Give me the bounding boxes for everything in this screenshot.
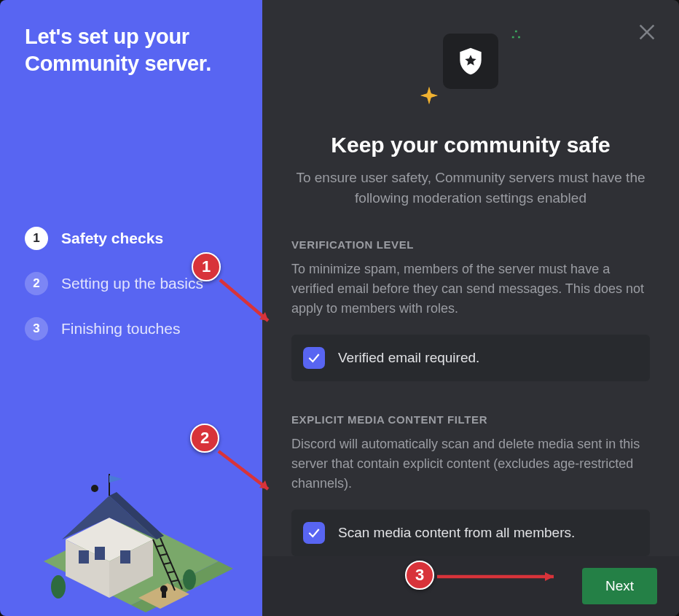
svg-rect-8 bbox=[95, 547, 105, 560]
step-label: Finishing touches bbox=[61, 320, 180, 338]
hero-graphic: ∴ bbox=[291, 19, 650, 106]
step-label: Setting up the basics bbox=[61, 275, 203, 292]
setup-sidebar: Let's set up your Community server. 1 Sa… bbox=[0, 0, 262, 616]
explicit-filter-section: EXPLICIT MEDIA CONTENT FILTER Discord wi… bbox=[291, 413, 650, 556]
section-description: Discord will automatically scan and dele… bbox=[291, 434, 650, 494]
verification-level-section: VERIFICATION LEVEL To minimize spam, mem… bbox=[291, 238, 650, 381]
next-button[interactable]: Next bbox=[582, 568, 657, 604]
section-heading: VERIFICATION LEVEL bbox=[291, 238, 650, 251]
verified-email-checkbox[interactable] bbox=[303, 347, 325, 369]
step-safety-checks[interactable]: 1 Safety checks bbox=[25, 227, 245, 250]
step-label: Safety checks bbox=[61, 230, 163, 247]
svg-point-12 bbox=[183, 569, 196, 590]
shield-star-icon bbox=[455, 45, 487, 77]
community-setup-modal: Let's set up your Community server. 1 Sa… bbox=[0, 0, 679, 616]
sparkle-green-icon: ∴ bbox=[511, 26, 519, 43]
svg-rect-9 bbox=[120, 550, 130, 564]
svg-rect-7 bbox=[79, 550, 89, 564]
hero: ∴ Keep your community safe To ensure use… bbox=[291, 19, 650, 208]
checkbox-label: Verified email required. bbox=[338, 350, 479, 366]
step-number: 3 bbox=[25, 317, 48, 340]
svg-rect-14 bbox=[162, 590, 166, 598]
panel-title: Keep your community safe bbox=[291, 133, 650, 157]
step-number: 1 bbox=[25, 227, 48, 250]
section-heading: EXPLICIT MEDIA CONTENT FILTER bbox=[291, 413, 650, 426]
scan-media-checkbox[interactable] bbox=[303, 522, 325, 544]
village-illustration bbox=[0, 423, 262, 616]
setup-panel: ∴ Keep your community safe To ensure use… bbox=[262, 0, 679, 616]
verified-email-row[interactable]: Verified email required. bbox=[291, 335, 650, 381]
shield-icon-box bbox=[443, 34, 498, 89]
checkbox-label: Scan media content from all members. bbox=[338, 525, 575, 541]
sparkle-yellow-icon bbox=[420, 86, 439, 108]
svg-marker-17 bbox=[109, 475, 122, 483]
step-list: 1 Safety checks 2 Setting up the basics … bbox=[25, 227, 245, 340]
svg-point-11 bbox=[51, 575, 66, 599]
panel-subtitle: To ensure user safety, Community servers… bbox=[291, 168, 650, 208]
step-setting-up-basics[interactable]: 2 Setting up the basics bbox=[25, 272, 245, 295]
check-icon bbox=[307, 351, 321, 365]
section-description: To minimize spam, members of the server … bbox=[291, 260, 650, 319]
panel-footer: Next bbox=[262, 556, 679, 616]
scan-media-row[interactable]: Scan media content from all members. bbox=[291, 510, 650, 556]
step-finishing-touches[interactable]: 3 Finishing touches bbox=[25, 317, 245, 340]
step-number: 2 bbox=[25, 272, 48, 295]
sidebar-title: Let's set up your Community server. bbox=[25, 23, 245, 77]
check-icon bbox=[307, 526, 321, 540]
svg-point-15 bbox=[91, 485, 98, 492]
